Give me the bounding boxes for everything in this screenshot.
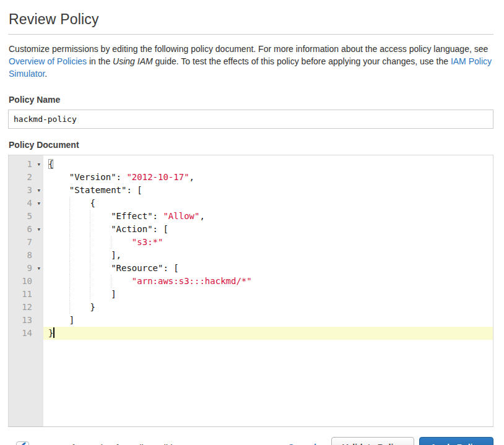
title-divider xyxy=(8,34,493,35)
code-text: "Action": [ xyxy=(48,224,168,234)
line-number: 11 xyxy=(22,289,32,299)
indent-guide xyxy=(69,223,70,236)
line-number: 1 xyxy=(27,159,32,169)
code-string: "Allow" xyxy=(163,211,199,221)
indent-guide xyxy=(90,262,90,275)
code-line[interactable]: "Action": [ xyxy=(43,223,493,236)
fold-arrow-icon[interactable]: ▾ xyxy=(37,223,41,236)
intro-text-1: Customize permissions by editing the fol… xyxy=(9,44,488,54)
code-text: , xyxy=(189,172,194,182)
gutter-line[interactable]: 11 xyxy=(9,288,43,301)
code-text: { xyxy=(48,159,53,169)
review-policy-page: Review Policy Customize permissions by e… xyxy=(0,0,504,445)
line-number: 3 xyxy=(27,185,32,195)
policy-document-editor[interactable]: 1▾23▾4▾56▾789▾1011121314 { "Version": "2… xyxy=(8,155,493,427)
code-text: { xyxy=(48,198,95,208)
autoformat-checkbox[interactable]: ✔ xyxy=(16,441,29,445)
code-text: ] xyxy=(48,315,74,325)
fold-arrow-icon[interactable]: ▾ xyxy=(37,197,41,210)
fold-arrow-icon[interactable]: ▾ xyxy=(37,184,41,197)
indent-guide xyxy=(69,210,70,223)
indent-guide xyxy=(90,249,90,262)
fold-arrow-icon[interactable]: ▾ xyxy=(37,158,41,171)
intro-text-2: in the xyxy=(87,56,113,66)
line-number: 6 xyxy=(27,224,32,234)
code-text: , xyxy=(199,211,204,221)
gutter-line[interactable]: 5 xyxy=(9,210,43,223)
page-title: Review Policy xyxy=(9,11,493,28)
code-text: "Statement": [ xyxy=(48,185,142,195)
code-text: } xyxy=(48,302,95,312)
code-line[interactable]: "Resource": [ xyxy=(43,262,493,275)
code-line[interactable]: ] xyxy=(43,288,493,301)
apply-policy-button[interactable]: Apply Policy xyxy=(419,437,493,445)
gutter-line[interactable]: 4▾ xyxy=(9,197,43,210)
overview-of-policies-link[interactable]: Overview of Policies xyxy=(9,56,87,66)
validate-policy-button[interactable]: Validate Policy xyxy=(331,437,414,445)
code-text: ] xyxy=(48,289,116,299)
indent-guide xyxy=(90,236,90,249)
gutter-line[interactable]: 7 xyxy=(9,236,43,249)
line-number: 5 xyxy=(27,211,32,221)
gutter-line[interactable]: 14 xyxy=(9,327,43,340)
gutter-line[interactable]: 8 xyxy=(9,249,43,262)
line-number: 14 xyxy=(22,328,32,338)
indent-guide xyxy=(69,236,70,249)
code-line[interactable]: "Version": "2012-10-17", xyxy=(43,171,493,184)
intro-text-3: guide. To test the effects of this polic… xyxy=(153,56,451,66)
text-cursor xyxy=(53,327,54,338)
code-text: ], xyxy=(48,250,121,260)
code-line[interactable]: } xyxy=(43,301,493,314)
code-line[interactable]: { xyxy=(43,158,493,171)
fold-arrow-icon[interactable]: ▾ xyxy=(37,262,41,275)
gutter-line[interactable]: 13 xyxy=(9,314,43,327)
line-number: 4 xyxy=(27,198,32,208)
gutter-line[interactable]: 3▾ xyxy=(9,184,43,197)
code-line[interactable]: "arn:aws:s3:::hackmd/*" xyxy=(43,275,493,288)
gutter-line[interactable]: 2 xyxy=(9,171,43,184)
policy-name-input[interactable] xyxy=(8,110,493,129)
policy-name-label: Policy Name xyxy=(9,95,493,105)
gutter-line[interactable]: 6▾ xyxy=(9,223,43,236)
code-string: "arn:aws:s3:::hackmd/*" xyxy=(132,276,252,286)
gutter-line[interactable]: 10 xyxy=(9,275,43,288)
autoformat-label: Use autoformatting for policy editing xyxy=(35,443,183,445)
code-line[interactable]: } xyxy=(43,327,493,340)
indent-guide xyxy=(90,275,90,288)
gutter-line[interactable]: 9▾ xyxy=(9,262,43,275)
indent-guide xyxy=(69,262,70,275)
indent-guide xyxy=(69,249,70,262)
code-text: } xyxy=(48,328,53,338)
indent-guide xyxy=(69,288,70,301)
line-number: 2 xyxy=(27,172,32,182)
footer-bar: ✔ Use autoformatting for policy editing … xyxy=(8,437,493,445)
editor-code-area[interactable]: { "Version": "2012-10-17", "Statement": … xyxy=(43,155,493,426)
line-number: 12 xyxy=(22,302,32,312)
code-line[interactable]: "s3:*" xyxy=(43,236,493,249)
indent-guide xyxy=(111,236,111,249)
line-number: 13 xyxy=(22,315,32,325)
code-line[interactable]: ] xyxy=(43,314,493,327)
code-text: "Version": xyxy=(48,172,126,182)
indent-guide xyxy=(69,197,70,210)
editor-gutter: 1▾23▾4▾56▾789▾1011121314 xyxy=(9,155,43,426)
cancel-button[interactable]: Cancel xyxy=(288,443,316,445)
code-text: "Effect": xyxy=(48,211,163,221)
check-icon: ✔ xyxy=(18,439,27,445)
code-text: "Resource": [ xyxy=(48,263,179,273)
indent-guide xyxy=(69,301,70,314)
indent-guide xyxy=(90,223,90,236)
line-number: 8 xyxy=(27,250,32,260)
indent-guide xyxy=(90,210,90,223)
code-line[interactable]: "Statement": [ xyxy=(43,184,493,197)
line-number: 7 xyxy=(27,237,32,247)
indent-guide xyxy=(69,275,70,288)
gutter-line[interactable]: 1▾ xyxy=(9,158,43,171)
code-line[interactable]: ], xyxy=(43,249,493,262)
guide-name: Using IAM xyxy=(113,56,153,66)
line-number: 9 xyxy=(27,263,32,273)
code-line[interactable]: "Effect": "Allow", xyxy=(43,210,493,223)
gutter-line[interactable]: 12 xyxy=(9,301,43,314)
indent-guide xyxy=(111,275,111,288)
code-line[interactable]: { xyxy=(43,197,493,210)
